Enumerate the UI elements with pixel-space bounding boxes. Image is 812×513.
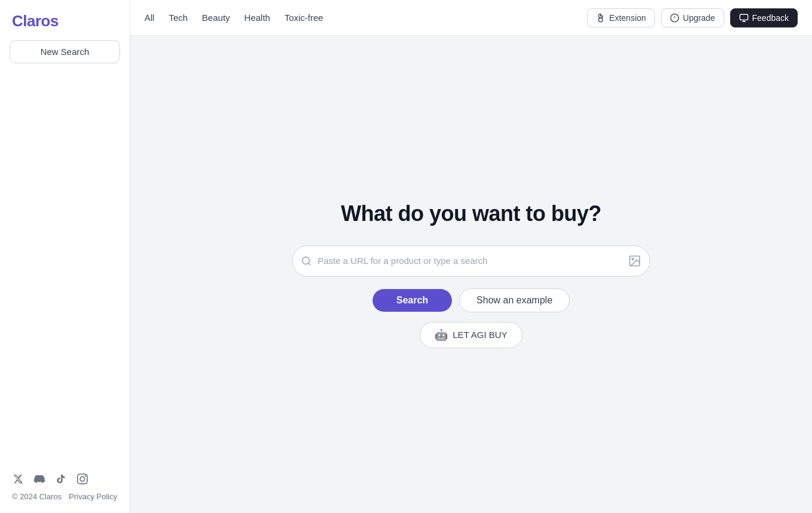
- tab-health[interactable]: Health: [244, 10, 270, 25]
- robot-icon: 🤖: [435, 328, 448, 342]
- svg-point-5: [632, 258, 633, 260]
- image-upload-icon[interactable]: [628, 254, 641, 268]
- main-content: What do you want to buy? Search Show an …: [130, 36, 812, 513]
- new-search-button[interactable]: New Search: [10, 40, 120, 63]
- tab-toxic-free[interactable]: Toxic-free: [284, 10, 323, 25]
- main-area: All Tech Beauty Health Toxic-free Extens…: [130, 0, 812, 513]
- show-example-button[interactable]: Show an example: [459, 288, 570, 312]
- tab-beauty[interactable]: Beauty: [202, 10, 230, 25]
- logo-area: Claros: [0, 0, 130, 40]
- nav-actions: Extension Upgrade Feedback: [587, 8, 798, 27]
- extension-label: Extension: [609, 13, 645, 23]
- discord-icon[interactable]: [33, 473, 45, 485]
- top-navigation: All Tech Beauty Health Toxic-free Extens…: [130, 0, 812, 36]
- twitter-icon[interactable]: [12, 473, 24, 485]
- tab-all[interactable]: All: [144, 10, 155, 25]
- instagram-icon[interactable]: [76, 473, 88, 485]
- sidebar: Claros New Search © 2024 Claros Privacy …: [0, 0, 130, 513]
- extension-icon: [596, 13, 605, 23]
- nav-tabs: All Tech Beauty Health Toxic-free: [144, 10, 323, 25]
- main-headline: What do you want to buy?: [341, 201, 601, 226]
- search-box: [292, 245, 650, 277]
- upgrade-label: Upgrade: [683, 13, 715, 23]
- agi-label: LET AGI BUY: [453, 330, 507, 340]
- sidebar-footer: © 2024 Claros Privacy Policy: [0, 463, 130, 513]
- footer-links: © 2024 Claros Privacy Policy: [12, 492, 118, 501]
- upgrade-button[interactable]: Upgrade: [661, 8, 724, 27]
- upgrade-icon: [670, 13, 679, 23]
- feedback-icon: [739, 13, 749, 23]
- agi-buy-button[interactable]: 🤖 LET AGI BUY: [420, 322, 522, 348]
- search-button[interactable]: Search: [373, 289, 452, 312]
- search-icon: [301, 256, 312, 266]
- app-logo: Claros: [12, 12, 59, 30]
- feedback-label: Feedback: [752, 13, 789, 23]
- search-input[interactable]: [318, 256, 628, 266]
- tab-tech[interactable]: Tech: [169, 10, 188, 25]
- extension-button[interactable]: Extension: [587, 8, 654, 27]
- tiktok-icon[interactable]: [55, 473, 67, 485]
- copyright-text: © 2024 Claros: [12, 492, 61, 501]
- feedback-button[interactable]: Feedback: [730, 8, 798, 27]
- svg-point-3: [302, 257, 309, 264]
- svg-point-0: [599, 18, 603, 22]
- social-icons-row: [12, 473, 118, 485]
- sidebar-spacer: [0, 73, 130, 463]
- privacy-policy-link[interactable]: Privacy Policy: [69, 492, 117, 501]
- search-actions: Search Show an example: [373, 288, 570, 312]
- svg-rect-2: [740, 14, 748, 20]
